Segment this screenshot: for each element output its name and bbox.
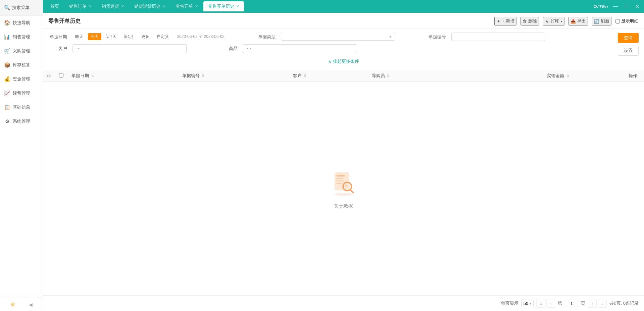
sort-amount-icon[interactable]: ⇅ <box>566 74 569 78</box>
window-maximize-btn[interactable]: □ <box>623 3 630 9</box>
sidebar-item-label: 基础信息 <box>13 104 30 110</box>
info-icon: 📋 <box>4 104 10 110</box>
print-button[interactable]: 🖨 打印 ▾ <box>543 17 564 25</box>
delete-icon: 🗑 <box>523 19 527 24</box>
tab-home-label: 首页 <box>50 3 59 9</box>
sidebar-bottom: ⚙ ◀ <box>0 298 43 311</box>
first-page-btn[interactable]: « <box>536 299 545 308</box>
refresh-button[interactable]: 🔄 刷新 <box>592 17 611 25</box>
tab-sales-return[interactable]: 销货退货 ✕ <box>97 1 129 11</box>
page-size-select[interactable]: 50 ▾ <box>521 300 534 307</box>
sidebar-item-xitong[interactable]: ⚙ 系统管理 <box>0 114 43 128</box>
tab-retail-open-label: 零售开单 <box>176 3 193 9</box>
tab-retail-open-history-label: 零售开单历史 <box>208 3 234 9</box>
date-btn-1month[interactable]: 近1月 <box>121 33 137 40</box>
doc-no-input[interactable] <box>451 33 545 41</box>
tab-close-sales-order[interactable]: ✕ <box>89 4 92 9</box>
doc-type-select[interactable]: ▾ <box>281 33 395 41</box>
sidebar-item-zijin[interactable]: 💰 资金管理 <box>0 72 43 86</box>
sidebar-item-kuaijie[interactable]: 🏠 快捷导航 <box>0 16 43 30</box>
th-action: 操作 <box>573 70 644 82</box>
filter-section: 单据日期 昨天 今天 近7天 近1月 更多 自定义 2023-06-02 至 2… <box>43 29 644 70</box>
sidebar-item-kucun[interactable]: 📦 库存核算 <box>0 58 43 72</box>
settings-bottom-icon[interactable]: ⚙ <box>10 301 15 308</box>
empty-text: 暂无数据 <box>334 203 353 209</box>
export-icon: 📤 <box>571 19 576 24</box>
total-info: 共0页, 0条记录 <box>609 300 639 306</box>
chart-icon: 📊 <box>4 34 10 40</box>
sidebar-item-jichu[interactable]: 📋 基础信息 <box>0 100 43 114</box>
per-page-label: 每页显示 <box>501 300 518 306</box>
sidebar-item-label: 库存核算 <box>13 62 30 68</box>
sidebar-item-label: 销售管理 <box>13 34 30 40</box>
tab-close-retail-open-history[interactable]: ✕ <box>236 4 239 9</box>
window-close-btn[interactable]: ✕ <box>633 3 641 10</box>
last-page-btn[interactable]: » <box>598 299 607 308</box>
filter-row-2: 客户 ··· 商品 ··· <box>48 44 639 53</box>
settings-button[interactable]: 设置 <box>618 46 639 56</box>
query-button[interactable]: 查询 <box>618 33 639 43</box>
customer-placeholder: ··· <box>76 46 81 51</box>
collapse-sidebar-icon[interactable]: ◀ <box>29 302 33 307</box>
display-detail-toggle[interactable]: 显示明细 <box>615 18 639 24</box>
pagination: 每页显示 50 ▾ « ‹ 第 页 › <box>43 295 644 311</box>
tab-close-sales-return[interactable]: ✕ <box>121 4 124 9</box>
sidebar-item-caigou[interactable]: 🛒 采购管理 <box>0 44 43 58</box>
svg-rect-4 <box>336 180 344 182</box>
page-number-input[interactable] <box>565 300 578 307</box>
sort-date-icon[interactable]: ⇅ <box>91 74 94 78</box>
svg-rect-3 <box>336 178 343 179</box>
customer-select[interactable]: ··· <box>72 44 187 53</box>
next-page-btn[interactable]: › <box>588 299 597 308</box>
inventory-icon: 📦 <box>4 62 10 68</box>
doc-no-label: 单据编号 <box>427 34 446 40</box>
tab-home[interactable]: 首页 <box>46 1 64 11</box>
date-btn-yesterday[interactable]: 昨天 <box>72 33 86 40</box>
sidebar-item-label: 经营管理 <box>13 90 30 96</box>
add-button[interactable]: ＋ + 新增 <box>494 17 516 25</box>
doc-type-dropdown-icon: ▾ <box>389 35 391 39</box>
prev-page-btn[interactable]: ‹ <box>546 299 555 308</box>
per-page-dropdown-icon: ▾ <box>530 302 531 305</box>
tab-sales-return-history[interactable]: 销货退货历史 ✕ <box>130 1 170 11</box>
goods-select[interactable]: ··· <box>243 44 357 53</box>
home-icon: 🏠 <box>4 20 10 26</box>
customer-label: 客户 <box>48 46 67 52</box>
th-customer: 客户 ⇅ <box>289 70 368 82</box>
sidebar-item-jingying[interactable]: 📈 经营管理 <box>0 86 43 100</box>
sort-no-icon[interactable]: ⇅ <box>201 74 204 78</box>
tab-sales-return-label: 销货退货 <box>102 3 119 9</box>
date-btn-custom[interactable]: 自定义 <box>154 33 171 40</box>
date-btn-more[interactable]: 更多 <box>139 33 152 40</box>
sidebar-search[interactable]: 🔍 搜索采单 <box>0 0 43 16</box>
window-minimize-btn[interactable]: — <box>611 3 620 9</box>
date-btn-today[interactable]: 今天 <box>88 33 101 40</box>
collapse-btn[interactable]: ∧ 收起更多条件 <box>328 57 359 66</box>
select-all-checkbox[interactable] <box>59 73 63 77</box>
tab-sales-return-history-label: 销货退货历史 <box>134 3 160 9</box>
tab-retail-open-history[interactable]: 零售开单历史 ✕ <box>203 1 244 11</box>
date-btn-7days[interactable]: 近7天 <box>103 33 119 40</box>
empty-state: 暂无数据 <box>43 82 644 295</box>
export-button[interactable]: 📤 导出 <box>568 17 588 25</box>
delete-button[interactable]: 🗑 删除 <box>521 17 539 25</box>
svg-point-7 <box>344 184 350 189</box>
display-detail-checkbox[interactable] <box>615 19 620 23</box>
gear-icon[interactable]: ⚙ <box>47 73 51 79</box>
content-area: 零售开单历史 ＋ + 新增 🗑 删除 🖨 打印 ▾ 📤 导出 <box>43 13 644 311</box>
tab-retail-open[interactable]: 零售开单 ✕ <box>171 1 203 11</box>
tab-close-retail-open[interactable]: ✕ <box>195 4 198 9</box>
th-checkbox <box>55 70 67 82</box>
tab-close-sales-return-history[interactable]: ✕ <box>162 4 165 9</box>
svg-point-0 <box>335 193 353 196</box>
sort-salesperson-icon[interactable]: ⇅ <box>387 74 390 78</box>
tab-sales-order[interactable]: 销售订单 ✕ <box>64 1 96 11</box>
page-label-suffix: 页 <box>581 300 585 306</box>
goods-placeholder: ··· <box>247 46 251 51</box>
management-icon: 📈 <box>4 90 10 96</box>
collapse-row: ∧ 收起更多条件 <box>48 56 639 68</box>
export-label: 导出 <box>577 18 586 24</box>
sort-customer-icon[interactable]: ⇅ <box>303 74 306 78</box>
filter-row-1: 单据日期 昨天 今天 近7天 近1月 更多 自定义 2023-06-02 至 2… <box>48 33 639 41</box>
sidebar-item-xiaoshou[interactable]: 📊 销售管理 <box>0 30 43 44</box>
